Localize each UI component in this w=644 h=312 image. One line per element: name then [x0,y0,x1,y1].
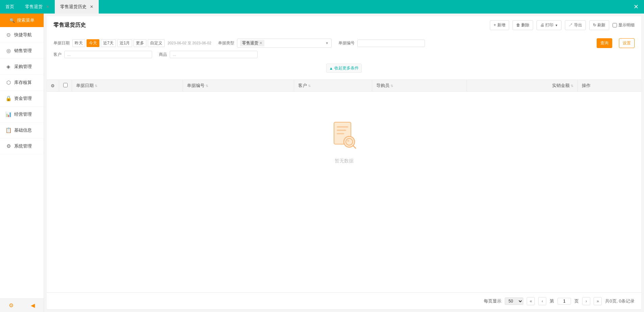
tab-return-history-label: 零售退货历史 [60,4,87,10]
collapse-up-icon: ▲ [329,66,333,71]
goods-filter-select[interactable]: ... [170,51,258,58]
date-btn-yesterday[interactable]: 昨天 [72,39,85,47]
customer-filter-label: 客户 [53,52,62,58]
window-close-button[interactable]: ✕ [628,3,644,10]
sidebar-item-basic[interactable]: 📋 基础信息 [0,122,44,138]
sidebar-item-system-label: 系统管理 [14,143,32,149]
goods-filter-item: 商品 ... [159,51,258,58]
svg-point-7 [347,140,349,142]
col-number-sort[interactable]: 单据编号 ⇅ [187,83,208,89]
date-btn-7days[interactable]: 近7天 [101,39,116,47]
col-customer-sort[interactable]: 客户 ⇅ [298,83,311,89]
delete-button[interactable]: 🗑 删除 [512,20,533,30]
col-customer-label: 客户 [298,83,307,89]
show-detail-checkbox[interactable] [613,23,617,27]
svg-rect-1 [337,126,348,128]
prev-page-button[interactable]: ‹ [538,297,546,305]
first-page-icon: « [530,299,532,304]
type-tag: 零售退货 ✕ [240,40,264,46]
sidebar-item-sales[interactable]: ◎ 销售管理 [0,43,44,59]
sidebar-item-quick-nav-label: 快捷导航 [14,32,32,38]
number-filter-item: 单据编号 [338,40,425,47]
new-button[interactable]: + 新增 [490,20,509,30]
first-page-button[interactable]: « [527,297,535,305]
col-action-label: 操作 [582,83,591,88]
customer-dots: ... [67,52,71,57]
col-amount-sort[interactable]: 实销金额 ⇅ [552,83,573,89]
sidebar-settings-icon[interactable]: ⚙ [9,302,14,309]
sidebar-item-finance[interactable]: 🔒 资金管理 [0,91,44,107]
empty-state: 暂无数据 [47,92,641,191]
col-checkbox [59,80,72,92]
page-suffix: 页 [574,298,579,304]
sidebar-item-operation[interactable]: 📊 经营管理 [0,107,44,122]
query-button[interactable]: 查询 [597,38,612,48]
customer-filter-select[interactable]: ... [64,51,152,58]
type-tag-close[interactable]: ✕ [259,41,262,45]
filter-area: 单据日期 昨天 今天 近7天 近1月 更多 自定义 2023-06-02 至 2… [53,34,635,80]
column-settings-icon[interactable]: ⚙ [51,83,55,88]
date-btn-1month[interactable]: 近1月 [117,39,133,47]
page-header: 零售退货历史 + 新增 🗑 删除 🖨 打印 ▼ ↗ [47,16,641,80]
next-page-button[interactable]: › [582,297,590,305]
page-input[interactable] [557,298,571,305]
sales-icon: ◎ [5,48,11,54]
date-filter-buttons: 昨天 今天 近7天 近1月 更多 自定义 [72,39,165,47]
date-btn-today[interactable]: 今天 [87,39,99,47]
select-all-checkbox[interactable] [63,83,68,87]
settings-button[interactable]: 设置 [619,38,635,48]
sidebar-item-inventory[interactable]: ⬡ 库存核算 [0,75,44,91]
sidebar-item-quick-nav[interactable]: ⊙ 快捷导航 [0,27,44,43]
number-filter-input[interactable] [357,40,425,47]
data-table: ⚙ 单据日期 ⇅ [47,80,641,92]
per-page-label: 每页显示 [484,298,501,304]
content-inner: 零售退货历史 + 新增 🗑 删除 🖨 打印 ▼ ↗ [47,16,641,309]
sidebar-search[interactable]: 🔍 搜索菜单 [0,14,44,27]
page-title-row: 零售退货历史 + 新增 🗑 删除 🖨 打印 ▼ ↗ [53,20,635,30]
col-action: 操作 [578,80,641,92]
sidebar-item-purchase[interactable]: ◈ 采购管理 [0,59,44,75]
operation-icon: 📊 [5,111,11,117]
sidebar-collapse-icon[interactable]: ◀ [31,302,35,309]
type-filter-select[interactable]: 零售退货 ✕ ▼ [237,39,332,48]
quick-nav-icon: ⊙ [5,32,11,38]
prev-page-icon: ‹ [542,299,543,304]
svg-rect-3 [337,133,344,134]
tab-return-close[interactable]: ✕ [46,4,49,9]
sidebar-item-operation-label: 经营管理 [14,111,32,117]
collapse-more-button[interactable]: ▲ 收起更多条件 [326,64,362,73]
filter-row-2: 客户 ... 商品 ... [53,49,635,60]
sidebar-item-sales-label: 销售管理 [14,48,32,54]
finance-icon: 🔒 [5,95,11,102]
tab-home[interactable]: 首页 [0,0,20,14]
sidebar-item-inventory-label: 库存核算 [14,80,32,86]
col-date-sort[interactable]: 单据日期 ⇅ [76,83,97,89]
per-page-select[interactable]: 50 10 20 100 [505,297,523,305]
col-guide-sort[interactable]: 导购员 ⇅ [376,83,393,89]
col-customer: 客户 ⇅ [294,80,372,92]
sidebar-item-purchase-label: 采购管理 [14,64,32,70]
col-amount-sort-icon: ⇅ [571,84,573,88]
goods-filter-label: 商品 [159,52,167,58]
col-guide-label: 导购员 [376,83,389,89]
sidebar-item-basic-label: 基础信息 [14,127,32,133]
refresh-button[interactable]: ↻ 刷新 [589,20,609,30]
tab-return-history[interactable]: 零售退货历史 ✕ [55,0,99,14]
last-page-button[interactable]: » [594,297,602,305]
tab-return[interactable]: 零售退货 ✕ [20,0,55,14]
col-guide: 导购员 ⇅ [372,80,467,92]
sidebar-item-system[interactable]: ⚙ 系统管理 [0,138,44,154]
refresh-button-label: ↻ 刷新 [593,22,605,28]
col-date-sort-icon: ⇅ [95,84,97,88]
toolbar: + 新增 🗑 删除 🖨 打印 ▼ ↗ 导出 ↻ [490,20,635,30]
pagination: 每页显示 50 10 20 100 « ‹ 第 页 › [47,292,641,309]
table-header-row: ⚙ 单据日期 ⇅ [47,80,641,92]
print-button[interactable]: 🖨 打印 ▼ [536,20,562,30]
export-button[interactable]: ↗ 导出 [565,20,586,30]
date-btn-more[interactable]: 更多 [134,39,146,47]
tab-return-history-close[interactable]: ✕ [90,4,93,9]
next-page-icon: › [586,299,587,304]
date-btn-custom[interactable]: 自定义 [148,39,165,47]
col-number-sort-icon: ⇅ [206,84,208,88]
svg-line-6 [353,146,356,148]
